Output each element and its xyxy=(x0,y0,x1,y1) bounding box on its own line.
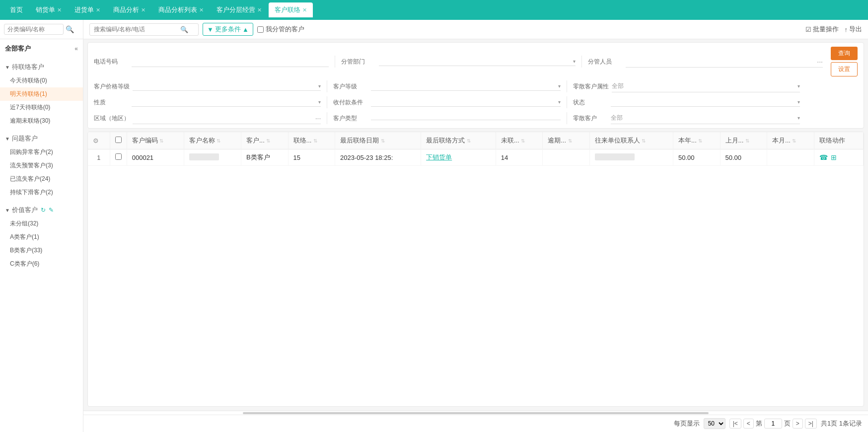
close-product-list-icon[interactable]: ✕ xyxy=(199,7,204,13)
sidebar-item-ungrouped[interactable]: 未分组(32) xyxy=(0,217,83,230)
filter-dept: 分管部门 ▾ xyxy=(341,57,576,66)
region-dots-icon[interactable]: ··· xyxy=(315,114,321,122)
row-last-method-link[interactable]: 下销货单 xyxy=(426,153,452,161)
filter-price-level-select[interactable]: ▾ xyxy=(133,82,321,91)
filter-retail-select[interactable]: 全部 ▾ xyxy=(611,112,800,124)
filter-dept-select[interactable]: ▾ xyxy=(379,57,576,66)
table-header-action: 联络动作 xyxy=(814,132,863,149)
row-last-date: 2023-05-23 18:25: xyxy=(335,149,421,166)
filter-divider-8 xyxy=(567,112,567,124)
sidebar-item-overdue-contact[interactable]: 逾期未联络(30) xyxy=(0,114,83,128)
table-header-code[interactable]: 客户编码 ⇅ xyxy=(127,132,184,149)
main-search-input[interactable] xyxy=(94,26,178,33)
close-purchase-order-icon[interactable]: ✕ xyxy=(96,7,100,13)
customer-level-arrow-icon: ▾ xyxy=(558,83,561,89)
main-search-box[interactable]: 🔍 xyxy=(89,23,199,36)
horizontal-scrollbar-thumb[interactable] xyxy=(243,412,709,414)
main-layout: 🔍 全部客户 « ▼ 待联络客户 今天待联络(0) 明天待联络(1) 近7天待联… xyxy=(0,20,868,432)
nav-product-analysis-list[interactable]: 商品分析列表 ✕ xyxy=(152,2,210,17)
pending-group-arrow: ▼ xyxy=(5,65,10,70)
select-all-checkbox[interactable] xyxy=(115,137,122,143)
toolbar-right-actions: ☑ 批量操作 ↑ 导出 xyxy=(805,25,863,34)
filter-phone-input[interactable] xyxy=(132,57,329,67)
filter-region: 区域（地区） ··· xyxy=(94,113,321,124)
row-last-method[interactable]: 下销货单 xyxy=(421,149,496,166)
export-button[interactable]: ↑ 导出 xyxy=(845,25,863,34)
table-checkbox-column-header[interactable] xyxy=(110,132,127,149)
sidebar-search-icon[interactable]: 🔍 xyxy=(66,25,74,33)
close-product-analysis-icon[interactable]: ✕ xyxy=(141,7,145,13)
sidebar-item-class-a[interactable]: A类客户(1) xyxy=(0,230,83,244)
page-number-input[interactable] xyxy=(764,419,782,429)
main-search-icon[interactable]: 🔍 xyxy=(180,26,188,33)
row-contact-count: 15 xyxy=(288,149,335,166)
nav-product-analysis[interactable]: 商品分析 ✕ xyxy=(107,2,151,17)
page-size-select[interactable]: 50 xyxy=(704,418,725,429)
close-sales-order-icon[interactable]: ✕ xyxy=(57,7,62,13)
value-group-refresh-icon[interactable]: ↻ xyxy=(41,207,46,214)
filter-retail-attr-select[interactable]: 全部 ▾ xyxy=(612,80,800,92)
table-header-overdue: 逾期... ⇅ xyxy=(543,132,590,149)
my-customers-checkbox-label[interactable]: 我分管的客户 xyxy=(257,25,304,34)
code-sort-icon: ⇅ xyxy=(159,138,163,144)
settings-button[interactable]: 设置 xyxy=(831,62,858,76)
page-label: 第 xyxy=(756,419,762,428)
sidebar-item-churn-warning[interactable]: 流失预警客户(3) xyxy=(0,159,83,172)
close-customer-contact-icon[interactable]: ✕ xyxy=(302,7,307,13)
sidebar-item-declining[interactable]: 持续下滑客户(2) xyxy=(0,186,83,199)
sidebar-search-input[interactable] xyxy=(4,24,64,35)
nav-customer-contact[interactable]: 客户联络 ✕ xyxy=(269,2,313,17)
sidebar-item-class-b[interactable]: B类客户(33) xyxy=(0,244,83,257)
nav-purchase-order[interactable]: 进货单 ✕ xyxy=(69,2,106,17)
nature-arrow-icon: ▾ xyxy=(318,99,321,105)
last-page-button[interactable]: >| xyxy=(805,419,817,429)
filter-payment-select[interactable]: ▾ xyxy=(371,98,560,107)
sidebar-group-value-title[interactable]: ▼ 价值客户 ↻ ✎ xyxy=(0,203,83,217)
status-arrow-icon: ▾ xyxy=(797,99,800,105)
filter-region-select[interactable]: ··· xyxy=(133,113,321,124)
filter-customer-level: 客户等级 ▾ xyxy=(333,82,560,91)
value-group-edit-icon[interactable]: ✎ xyxy=(49,207,54,214)
table-header-contact-count: 联络... ⇅ xyxy=(288,132,335,149)
filter-customer-type-select[interactable] xyxy=(371,117,560,120)
sidebar-item-class-c[interactable]: C类客户(6) xyxy=(0,257,83,271)
sidebar-item-churned[interactable]: 已流失客户(24) xyxy=(0,172,83,186)
dept-select-arrow-icon: ▾ xyxy=(573,59,576,64)
filter-person-dots-icon[interactable]: ··· xyxy=(817,58,823,66)
row-checkbox-cell[interactable] xyxy=(110,149,127,166)
sidebar-item-today-contact[interactable]: 今天待联络(0) xyxy=(0,74,83,87)
sidebar-all-customers-title[interactable]: 全部客户 « xyxy=(0,41,83,56)
filter-divider-4 xyxy=(567,80,567,92)
row-phone-action-icon[interactable]: ☎ xyxy=(819,153,828,161)
next-page-button[interactable]: > xyxy=(793,419,803,429)
nav-home[interactable]: 首页 xyxy=(4,2,29,17)
nav-sales-order[interactable]: 销货单 ✕ xyxy=(30,2,68,17)
sidebar-group-value: ▼ 价值客户 ↻ ✎ 未分组(32) A类客户(1) B类客户(33) C类客户… xyxy=(0,201,83,273)
filter-dept-label: 分管部门 xyxy=(341,58,376,66)
row-action: ☎ ⊞ xyxy=(814,149,863,166)
more-filters-button[interactable]: ▼ 更多条件 ▲ xyxy=(203,23,253,36)
filter-person-select[interactable]: ··· xyxy=(626,56,823,68)
sidebar-group-problem: ▼ 问题客户 回购异常客户(2) 流失预警客户(3) 已流失客户(24) 持续下… xyxy=(0,130,83,201)
sidebar-item-tomorrow-contact[interactable]: 明天待联络(1) xyxy=(0,87,83,101)
filter-nature-select[interactable]: ▾ xyxy=(132,98,321,107)
close-customer-tiering-icon[interactable]: ✕ xyxy=(257,7,262,13)
nav-customer-tiering[interactable]: 客户分层经营 ✕ xyxy=(211,2,268,17)
batch-operation-button[interactable]: ☑ 批量操作 xyxy=(805,25,839,34)
my-customers-checkbox[interactable] xyxy=(257,26,264,33)
query-button[interactable]: 查询 xyxy=(831,47,858,60)
sidebar-item-repurchase-abnormal[interactable]: 回购异常客户(2) xyxy=(0,145,83,159)
row-checkbox[interactable] xyxy=(115,153,122,160)
filter-customer-level-select[interactable]: ▾ xyxy=(371,82,560,91)
sidebar-item-7days-contact[interactable]: 近7天待联络(0) xyxy=(0,101,83,114)
table-settings-column-header[interactable]: ⚙ xyxy=(88,132,110,149)
table-header-last-method: 最后联络方式 ⇅ xyxy=(421,132,496,149)
first-page-button[interactable]: |< xyxy=(729,419,741,429)
prev-page-button[interactable]: < xyxy=(743,419,754,429)
sidebar-collapse-icon[interactable]: « xyxy=(74,45,78,52)
row-grid-action-icon[interactable]: ⊞ xyxy=(831,153,837,161)
filter-status-select[interactable]: ▾ xyxy=(611,98,800,107)
table-header-name[interactable]: 客户名称 ⇅ xyxy=(184,132,241,149)
sidebar-group-problem-title[interactable]: ▼ 问题客户 xyxy=(0,132,83,145)
sidebar-group-pending-title[interactable]: ▼ 待联络客户 xyxy=(0,60,83,74)
